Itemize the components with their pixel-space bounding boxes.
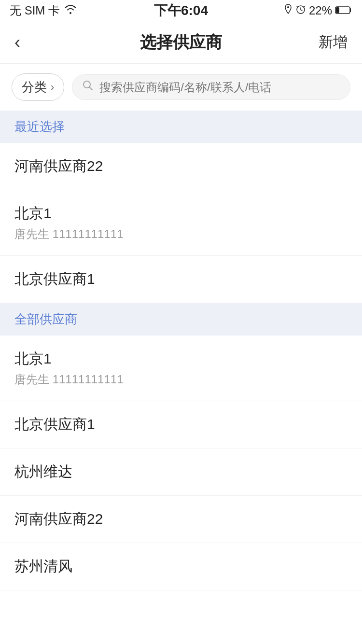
chevron-right-icon: › xyxy=(51,81,54,94)
status-bar: 无 SIM 卡 下午6:04 22% xyxy=(0,0,362,21)
svg-point-0 xyxy=(287,6,289,8)
list-item[interactable]: 河南供应商22 xyxy=(0,496,362,543)
category-label: 分类 xyxy=(22,79,47,96)
search-icon xyxy=(82,80,94,95)
back-button[interactable]: ‹ xyxy=(14,32,43,53)
recent-section-header: 最近选择 xyxy=(0,111,362,143)
recent-list: 河南供应商22北京1唐先生 11111111111北京供应商1 xyxy=(0,143,362,303)
item-name: 河南供应商22 xyxy=(14,509,348,529)
filter-row: 分类 › xyxy=(0,64,362,111)
wifi-icon xyxy=(64,4,77,17)
category-filter[interactable]: 分类 › xyxy=(12,73,64,101)
status-right: 22% xyxy=(284,4,352,17)
battery-label: 22% xyxy=(309,4,332,17)
item-sub: 唐先生 11111111111 xyxy=(14,372,348,387)
all-list: 北京1唐先生 11111111111北京供应商1杭州维达河南供应商22苏州清风 xyxy=(0,336,362,590)
list-item[interactable]: 苏州清风 xyxy=(0,543,362,590)
item-sub: 唐先生 11111111111 xyxy=(14,226,348,242)
item-name: 河南供应商22 xyxy=(14,156,348,176)
status-time: 下午6:04 xyxy=(154,1,208,20)
recent-section-label: 最近选择 xyxy=(14,119,65,134)
nav-bar: ‹ 选择供应商 新增 xyxy=(0,21,362,64)
list-item[interactable]: 北京供应商1 xyxy=(0,401,362,448)
alarm-icon xyxy=(295,4,306,17)
item-name: 北京1 xyxy=(14,349,348,369)
item-name: 杭州维达 xyxy=(14,462,348,482)
list-item[interactable]: 北京1唐先生 11111111111 xyxy=(0,336,362,401)
battery-icon xyxy=(335,4,352,17)
all-section-header: 全部供应商 xyxy=(0,303,362,336)
item-name: 北京供应商1 xyxy=(14,415,348,434)
list-item[interactable]: 北京供应商1 xyxy=(0,256,362,303)
add-button[interactable]: 新增 xyxy=(319,32,348,52)
status-left: 无 SIM 卡 xyxy=(10,3,77,18)
item-name: 北京供应商1 xyxy=(14,269,348,289)
carrier-label: 无 SIM 卡 xyxy=(10,3,60,18)
list-item[interactable]: 杭州维达 xyxy=(0,448,362,496)
search-bar[interactable] xyxy=(72,74,350,100)
item-name: 北京1 xyxy=(14,204,348,224)
search-input[interactable] xyxy=(99,81,340,94)
location-icon xyxy=(284,4,292,17)
list-item[interactable]: 北京1唐先生 11111111111 xyxy=(0,190,362,256)
list-item[interactable]: 河南供应商22 xyxy=(0,143,362,190)
page-title: 选择供应商 xyxy=(140,31,222,54)
svg-rect-3 xyxy=(336,7,339,13)
all-section-label: 全部供应商 xyxy=(14,312,77,326)
item-name: 苏州清风 xyxy=(14,557,348,576)
